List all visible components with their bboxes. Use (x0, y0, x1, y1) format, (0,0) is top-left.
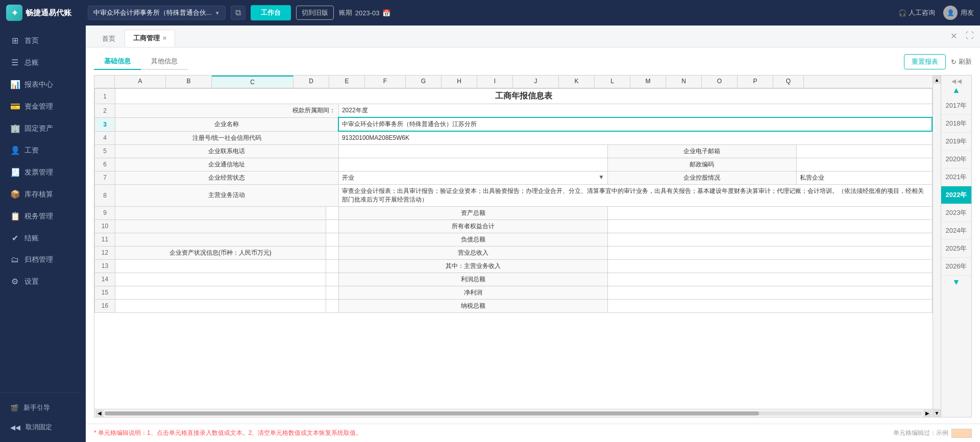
tab-home-label: 首页 (102, 34, 115, 43)
cell-fin-a16 (115, 299, 326, 312)
sidebar-item-unpin[interactable]: ◀◀ 取消固定 (0, 418, 86, 437)
sidebar-label-unpin: 取消固定 (26, 423, 52, 432)
cell-netprofit-value[interactable] (607, 286, 932, 299)
close-window-button[interactable]: ✕ (947, 30, 960, 42)
year-collapse-right[interactable]: ◀ (957, 78, 962, 85)
tab-business-admin[interactable]: 工商管理 × (125, 30, 175, 47)
sidebar-item-invoice[interactable]: 🧾 发票管理 (0, 161, 86, 183)
table-row: 1 工商年报信息表 (95, 89, 933, 104)
sidebar-item-fund[interactable]: 💳 资金管理 (0, 95, 86, 117)
cell-mainrev-value[interactable] (607, 259, 932, 273)
row-num-6: 6 (95, 158, 115, 171)
cell-phone-value[interactable] (338, 144, 607, 158)
year-item-2025[interactable]: 2025年 (941, 240, 971, 258)
vscroll-up-arrow[interactable]: ▲ (933, 76, 941, 84)
workbench-button[interactable]: 工作台 (251, 5, 291, 20)
sidebar-item-home[interactable]: ⊞ 首页 (0, 30, 86, 52)
horizontal-scrollbar[interactable]: ◀ ▶ (94, 409, 933, 417)
cell-company-value[interactable]: 中审众环会计师事务所（特殊普通合伙）江苏分所 (338, 117, 932, 131)
year-sidebar: ◀ ◀ ▲ 2017年 2018年 2019年 2020年 2021年 2022… (941, 76, 971, 417)
sidebar-label-inventory: 库存核算 (24, 190, 53, 199)
year-scroll-up-btn[interactable]: ▲ (952, 86, 961, 95)
old-version-button[interactable]: 切到旧版 (296, 6, 334, 20)
tab-home[interactable]: 首页 (94, 31, 124, 47)
col-header-h: H (442, 76, 477, 88)
cell-profit-value[interactable] (607, 273, 932, 286)
inventory-icon: 📦 (10, 189, 19, 199)
app-logo: ✦ 畅捷通易代账 (6, 5, 83, 21)
cell-assets-value[interactable] (607, 206, 932, 219)
cell-equity-value[interactable] (607, 219, 932, 233)
year-item-2022[interactable]: 2022年 (941, 186, 971, 204)
hscroll-thumb (105, 411, 759, 415)
cell-period-value[interactable]: 2022年度 (338, 104, 932, 118)
copy-company-button[interactable]: ⧉ (231, 6, 246, 20)
year-item-2017[interactable]: 2017年 (941, 97, 971, 115)
year-item-2024[interactable]: 2024年 (941, 222, 971, 240)
cell-email-value[interactable] (796, 144, 932, 158)
year-item-2026[interactable]: 2026年 (941, 258, 971, 276)
vertical-scrollbar[interactable]: ▲ ▼ (933, 76, 941, 417)
sub-tab-other[interactable]: 其他信息 (141, 54, 188, 70)
sidebar-label-ledger: 总账 (24, 58, 39, 67)
status-hint: * 单元格编辑说明：1、点击单元格直接录入数值或文本。2、清空单元格数值或文本恢… (94, 429, 893, 437)
cell-activity-value[interactable]: 审查企业会计报表；出具审计报告；验证企业资本；出具验资报告；办理企业合开、分立、… (338, 184, 932, 206)
cell-tax-label: 纳税总额 (338, 299, 607, 312)
sidebar-item-close[interactable]: ✔ 结账 (0, 227, 86, 249)
col-header-o: O (702, 76, 738, 88)
service-btn[interactable]: 🎧 人工咨询 (898, 8, 935, 17)
hscroll-left-arrow[interactable]: ◀ (95, 410, 104, 417)
year-scroll-down-btn[interactable]: ▼ (952, 276, 961, 289)
hscroll-track[interactable] (105, 411, 922, 415)
year-item-2021[interactable]: 2021年 (941, 168, 971, 186)
panel: 基础信息 其他信息 重置报表 ↻ 刷新 (86, 47, 980, 424)
sidebar-item-tax[interactable]: 📋 税务管理 (0, 205, 86, 227)
vscroll-down-arrow[interactable]: ▼ (933, 409, 941, 417)
cell-title[interactable]: 工商年报信息表 (115, 89, 933, 104)
company-selector[interactable]: 中审众环会计师事务所（特殊普通合伙... ▼ (88, 6, 226, 20)
expand-window-button[interactable]: ⛶ (964, 30, 976, 42)
refresh-button[interactable]: ↻ 刷新 (951, 57, 972, 66)
table-row: 13 其中：主营业务收入 (95, 259, 933, 273)
col-header-f: F (365, 76, 406, 88)
cell-reg-value[interactable]: 91320100MA208E5W6K (338, 131, 932, 144)
row-num-3: 3 (95, 117, 115, 131)
tab-close-icon[interactable]: × (163, 35, 166, 42)
cell-liab-value[interactable] (607, 233, 932, 246)
sidebar-item-ledger[interactable]: ☰ 总账 (0, 52, 86, 73)
row-num-header (94, 76, 115, 88)
sidebar-item-inventory[interactable]: 📦 库存核算 (0, 183, 86, 205)
cell-activity-label: 主营业务活动 (115, 184, 339, 206)
cell-rev-value[interactable] (607, 246, 932, 259)
sidebar-item-payroll[interactable]: 👤 工资 (0, 139, 86, 161)
cell-fin-b12 (326, 246, 338, 259)
reset-report-button[interactable]: 重置报表 (904, 54, 946, 69)
sidebar-item-assets[interactable]: 🏢 固定资产 (0, 117, 86, 139)
cell-fin-group-label-11 (115, 233, 326, 246)
vscroll-track[interactable] (936, 84, 938, 409)
sheet-body[interactable]: 1 工商年报信息表 2 税款所属期间： 2022年度 3 (94, 88, 933, 409)
cell-postal-value[interactable] (796, 158, 932, 171)
year-item-2023[interactable]: 2023年 (941, 204, 971, 222)
calendar-icon[interactable]: 📅 (382, 9, 390, 17)
year-item-2019[interactable]: 2019年 (941, 133, 971, 151)
sidebar-item-guide[interactable]: 🎬 新手引导 (0, 398, 86, 418)
sidebar-resize-handle[interactable] (82, 26, 86, 442)
sidebar-item-reports[interactable]: 📊 报表中心 (0, 73, 86, 95)
year-item-2018[interactable]: 2018年 (941, 115, 971, 133)
user-menu[interactable]: 👤 用友 (943, 6, 974, 20)
hscroll-right-arrow[interactable]: ▶ (923, 410, 932, 417)
sidebar-label-reports: 报表中心 (24, 80, 53, 89)
cell-addr-value[interactable] (338, 158, 607, 171)
cell-status-value[interactable]: 开业 ▼ (338, 171, 607, 184)
cell-ownership-value[interactable]: 私营企业 (796, 171, 932, 184)
sub-tab-basic[interactable]: 基础信息 (94, 54, 141, 70)
year-item-2020[interactable]: 2020年 (941, 151, 971, 168)
cell-tax-value[interactable] (607, 299, 932, 312)
sidebar-item-settings[interactable]: ⚙ 设置 (0, 271, 86, 292)
guide-icon: 🎬 (10, 404, 18, 412)
sidebar-item-archive[interactable]: 🗂 归档管理 (0, 249, 86, 271)
panel-header: 基础信息 其他信息 重置报表 ↻ 刷新 (94, 54, 972, 70)
year-collapse-left[interactable]: ◀ (951, 78, 956, 85)
row-num-1: 1 (95, 89, 115, 104)
